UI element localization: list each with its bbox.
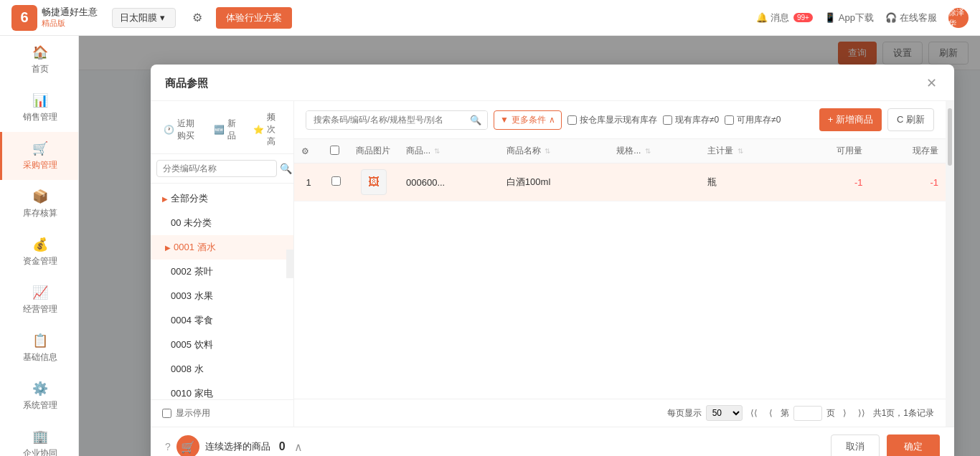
- first-page-btn[interactable]: ⟨⟨: [747, 407, 761, 419]
- row-checkbox[interactable]: [331, 176, 341, 186]
- sidebar-item-corp[interactable]: 🏢 企业协同: [0, 420, 78, 456]
- tab-new-products[interactable]: 🆕 新品: [207, 107, 243, 153]
- show-disabled-area: 显示停用: [151, 399, 293, 427]
- sidebar-item-inventory[interactable]: 📦 库存核算: [0, 180, 78, 228]
- tab-recent-purchase[interactable]: 🕐 近期购买: [156, 107, 204, 153]
- app-download[interactable]: 📱 App下载: [824, 11, 874, 24]
- th-product-name[interactable]: 商品名称 ⇅: [499, 139, 609, 163]
- sidebar: 🏠 首页 📊 销售管理 🛒 采购管理 📦 库存核算 💰 资金管理 📈 经营管理 …: [0, 36, 79, 456]
- sales-icon: 📊: [32, 92, 48, 108]
- chevron-up-icon: ∧: [549, 115, 555, 125]
- per-page-select[interactable]: 50 10 20 100: [706, 405, 743, 421]
- logo-sub-text: 精品版: [42, 18, 98, 29]
- checkbox-current-stock[interactable]: 现有库存≠0: [663, 114, 719, 126]
- logo-text-block: 畅捷通好生意 精品版: [42, 6, 98, 29]
- category-collapse-button[interactable]: 《: [286, 250, 294, 278]
- product-image-placeholder: 🖼: [361, 169, 387, 195]
- tab-recent-label: 近期购买: [177, 118, 197, 142]
- product-search-icon[interactable]: 🔍: [464, 111, 487, 129]
- product-panel: 🔍 ▼ 更多条件 ∧ 按仓库显示现有库存: [294, 101, 946, 427]
- add-product-button[interactable]: + 新增商品: [819, 108, 882, 131]
- checkbox-warehouse-stock[interactable]: 按仓库显示现有库存: [567, 114, 657, 126]
- cat-item-alcohol[interactable]: ▶ 0001 酒水: [151, 235, 293, 260]
- row-available: -1: [794, 163, 870, 201]
- per-page-label: 每页显示: [667, 407, 702, 419]
- row-product-code: 000600...: [399, 163, 499, 201]
- sidebar-item-base-info[interactable]: 📋 基础信息: [0, 324, 78, 372]
- cat-item-all[interactable]: ▶ 全部分类: [151, 186, 293, 211]
- category-search: 🔍: [151, 154, 293, 184]
- th-product-code[interactable]: 商品... ⇅: [399, 139, 499, 163]
- settings-icon[interactable]: ⚙: [186, 6, 209, 29]
- row-unit: 瓶: [700, 163, 794, 201]
- sidebar-item-system[interactable]: ⚙️ 系统管理: [0, 372, 78, 420]
- home-icon: 🏠: [32, 44, 48, 60]
- clock-icon: 🕐: [164, 125, 174, 135]
- th-stock[interactable]: 现存量: [870, 139, 946, 163]
- th-settings[interactable]: ⚙: [294, 139, 323, 163]
- refresh-button[interactable]: C 刷新: [887, 108, 934, 131]
- sidebar-item-finance[interactable]: 💰 资金管理: [0, 228, 78, 276]
- cat-item-fruit[interactable]: 0003 水果: [151, 284, 293, 308]
- th-unit[interactable]: 主计量 ⇅: [700, 139, 794, 163]
- store-selector[interactable]: 日太阳膜 ▾: [112, 8, 176, 28]
- next-page-btn[interactable]: ⟩: [839, 407, 850, 419]
- filter-label: 更多条件: [512, 114, 546, 126]
- row-spec: [609, 163, 700, 201]
- product-search-input[interactable]: [306, 111, 464, 128]
- star-icon: ⭐: [253, 125, 264, 135]
- modal-close-button[interactable]: ✕: [923, 75, 940, 92]
- cat-item-drinks[interactable]: 0005 饮料: [151, 333, 293, 357]
- table-row[interactable]: 1 🖼 000600...: [294, 163, 946, 201]
- cat-item-snacks[interactable]: 0004 零食: [151, 308, 293, 333]
- filter-button[interactable]: ▼ 更多条件 ∧: [494, 110, 562, 130]
- last-page-btn[interactable]: ⟩⟩: [854, 407, 869, 419]
- continuous-select-label: 连续选择的商品: [205, 440, 270, 453]
- chevron-down-icon: ▾: [160, 12, 165, 23]
- avatar[interactable]: 徐泽华: [948, 8, 969, 28]
- sort-unit-icon: ⇅: [738, 147, 743, 155]
- headset-icon: 🎧: [885, 12, 897, 23]
- collapse-footer-icon[interactable]: ∧: [294, 440, 303, 454]
- system-icon: ⚙️: [32, 381, 48, 396]
- sidebar-label-finance: 资金管理: [23, 255, 57, 267]
- select-all-checkbox[interactable]: [330, 146, 339, 155]
- username-label: 徐泽华: [948, 7, 969, 29]
- cat-item-uncategorized[interactable]: 00 未分类: [151, 211, 293, 235]
- search-icon[interactable]: 🔍: [280, 163, 292, 174]
- navbar-right: 🔔 消息 99+ 📱 App下载 🎧 在线客服 徐泽华: [756, 8, 969, 28]
- arrow-right-icon: ▶: [162, 195, 168, 203]
- th-image-label: 商品图片: [356, 146, 390, 156]
- tab-high-frequency[interactable]: ⭐ 频次高: [246, 107, 288, 153]
- help-icon[interactable]: ?: [165, 441, 171, 452]
- sidebar-label-base-info: 基础信息: [23, 351, 57, 364]
- customer-service-label: 在线客服: [900, 11, 937, 24]
- th-available[interactable]: 可用量: [794, 139, 870, 163]
- cat-item-tea[interactable]: 0002 茶叶: [151, 260, 293, 284]
- th-spec[interactable]: 规格... ⇅: [609, 139, 700, 163]
- show-disabled-checkbox[interactable]: [162, 409, 171, 418]
- sidebar-item-purchase[interactable]: 🛒 采购管理: [0, 132, 78, 180]
- notifications[interactable]: 🔔 消息 99+: [756, 11, 813, 24]
- sidebar-item-home[interactable]: 🏠 首页: [0, 36, 78, 84]
- scrollbar-thumb[interactable]: [948, 108, 952, 166]
- sidebar-label-purchase: 采购管理: [23, 159, 57, 171]
- modal-scrollbar[interactable]: [946, 101, 954, 427]
- mobile-icon: 📱: [824, 12, 836, 23]
- row-checkbox-cell: [323, 163, 349, 201]
- sort-spec-icon: ⇅: [645, 147, 651, 155]
- confirm-button[interactable]: 确定: [887, 434, 940, 456]
- cancel-button[interactable]: 取消: [831, 434, 880, 456]
- category-search-input[interactable]: [156, 160, 277, 177]
- sidebar-item-operations[interactable]: 📈 经营管理: [0, 276, 78, 324]
- prev-page-btn[interactable]: ⟨: [765, 407, 776, 419]
- cat-item-appliances[interactable]: 0010 家电: [151, 381, 293, 399]
- store-name: 日太阳膜: [120, 11, 157, 24]
- cat-item-water[interactable]: 0008 水: [151, 357, 293, 381]
- trial-button[interactable]: 体验行业方案: [216, 7, 292, 29]
- page-number-input[interactable]: 1: [793, 406, 822, 421]
- checkbox-available-stock[interactable]: 可用库存≠0: [725, 114, 781, 126]
- sidebar-item-sales[interactable]: 📊 销售管理: [0, 84, 78, 132]
- customer-service[interactable]: 🎧 在线客服: [885, 11, 937, 24]
- sidebar-label-operations: 经营管理: [23, 303, 57, 315]
